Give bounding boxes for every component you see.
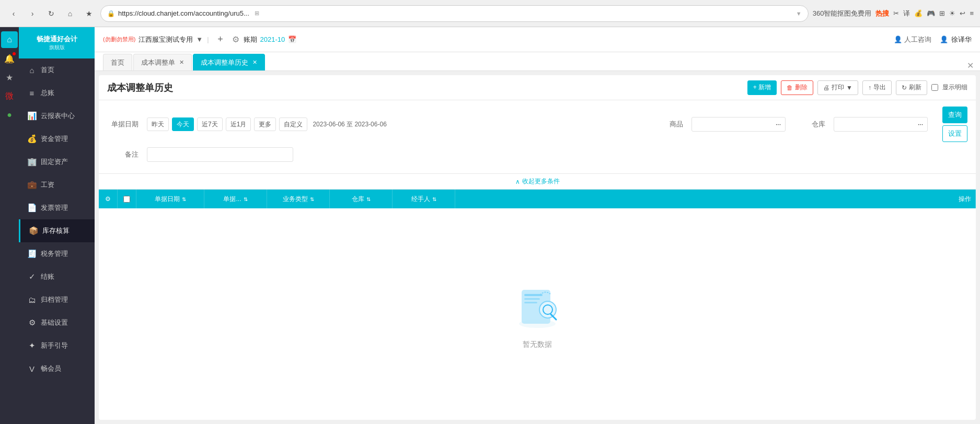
menu-icon[interactable]: ≡ — [970, 9, 974, 17]
select-all-checkbox[interactable] — [123, 196, 130, 203]
icon-bar-star[interactable]: ★ — [1, 69, 18, 86]
home-button[interactable]: ⌂ — [63, 6, 77, 21]
user-info[interactable]: 👤 徐译华 — [940, 35, 972, 44]
th-type[interactable]: 业务类型 ⇅ — [267, 190, 330, 208]
user-name: 徐译华 — [951, 35, 972, 44]
th-date[interactable]: 单据日期 ⇅ — [136, 190, 204, 208]
th-handler[interactable]: 经手人 ⇅ — [393, 190, 455, 208]
sidebar-item-home[interactable]: ⌂ 首页 — [19, 58, 95, 81]
ledger-icon: ≡ — [27, 89, 37, 98]
tab-cost-adjust-close[interactable]: ✕ — [179, 59, 184, 66]
history-icon[interactable]: ↩ — [960, 9, 965, 17]
collapse-button[interactable]: ∧ 收起更多条件 — [515, 177, 560, 186]
url-bar[interactable]: 🔒 https://cloud.chanjet.com/accounting/u… — [100, 5, 809, 22]
page-title: 成本调整单历史 — [107, 81, 173, 94]
date-more[interactable]: 更多 — [254, 117, 276, 131]
scissors-icon[interactable]: ✂ — [893, 9, 899, 17]
icon-bar-weibo[interactable]: 微 — [1, 88, 18, 104]
assets-icon: 🏢 — [27, 157, 37, 167]
coin-icon[interactable]: 💰 — [914, 9, 923, 17]
reload-button[interactable]: ↻ — [44, 6, 59, 21]
empty-text: 暂无数据 — [523, 340, 552, 349]
add-workspace-btn[interactable]: + — [213, 32, 228, 47]
sidebar-item-funds[interactable]: 💰 资金管理 — [19, 127, 95, 150]
sidebar-logo: 畅捷通好会计 旗舰版 — [19, 27, 95, 58]
sidebar-item-inventory[interactable]: 📦 库存核算 — [19, 219, 95, 242]
delete-label: 删除 — [795, 83, 808, 92]
sidebar-item-ledger[interactable]: ≡ 总账 — [19, 81, 95, 104]
column-settings-icon: ⚙ — [105, 195, 111, 203]
warehouse-dots[interactable]: ··· — [918, 121, 923, 128]
url-text: https://cloud.chanjet.com/accounting/uru… — [118, 9, 249, 17]
date-custom[interactable]: 自定义 — [279, 117, 307, 131]
th-warehouse[interactable]: 仓库 ⇅ — [330, 190, 393, 208]
grid-icon[interactable]: ⊞ — [939, 9, 945, 17]
sidebar-item-assets[interactable]: 🏢 固定资产 — [19, 150, 95, 173]
translate-icon[interactable]: 译 — [903, 9, 910, 18]
collapse-label: 收起更多条件 — [522, 177, 560, 186]
add-button[interactable]: + 新增 — [747, 80, 777, 95]
th-checkbox[interactable] — [118, 190, 136, 208]
delete-button[interactable]: 🗑 删除 — [781, 80, 813, 95]
show-cols-checkbox[interactable]: 显示明细 — [931, 83, 967, 92]
account-period-label: 账期 — [244, 35, 257, 44]
notes-input[interactable] — [147, 147, 293, 162]
service-btn[interactable]: 👤 人工咨询 — [894, 35, 931, 44]
th-num-label: 单据... — [223, 195, 241, 204]
game-icon[interactable]: 🎮 — [927, 9, 935, 17]
product-dots[interactable]: ··· — [776, 121, 781, 128]
sidebar-item-guide[interactable]: ✦ 新手引导 — [19, 334, 95, 357]
tab-close-all[interactable]: ✕ — [967, 61, 980, 70]
bookmark-button[interactable]: ★ — [82, 6, 96, 21]
th-settings[interactable]: ⚙ — [99, 190, 118, 208]
icon-bar-green[interactable]: ● — [1, 107, 18, 123]
sidebar-item-salary[interactable]: 💼 工资 — [19, 173, 95, 196]
salary-icon: 💼 — [27, 180, 37, 190]
tab-cost-adjust[interactable]: 成本调整单 ✕ — [133, 54, 192, 70]
sidebar-item-settings[interactable]: ⚙ 基础设置 — [19, 311, 95, 334]
sidebar-item-label: 资金管理 — [41, 134, 68, 144]
sidebar-item-reports[interactable]: 📊 云报表中心 — [19, 104, 95, 127]
date-today[interactable]: 今天 — [172, 117, 194, 131]
show-cols-input[interactable] — [931, 84, 938, 91]
export-button[interactable]: ↑ 导出 — [862, 80, 892, 95]
tab-home[interactable]: 首页 — [103, 54, 132, 70]
url-dropdown-icon: ▼ — [796, 10, 802, 17]
refresh-button[interactable]: ↻ 刷新 — [896, 80, 927, 95]
th-num-sort-icon: ⇅ — [244, 196, 248, 202]
sidebar-item-vip[interactable]: V 畅会员 — [19, 357, 95, 380]
tab-cost-history-close[interactable]: ✕ — [252, 59, 257, 66]
sidebar-item-label: 固定资产 — [41, 157, 68, 167]
sidebar-item-close[interactable]: ✓ 结账 — [19, 265, 95, 288]
icon-bar-notification[interactable]: 🔔 — [1, 50, 18, 67]
sidebar-item-label: 归档管理 — [41, 295, 68, 304]
forward-button[interactable]: › — [25, 6, 40, 21]
sidebar-item-archive[interactable]: 🗂 归档管理 — [19, 288, 95, 311]
date-1month[interactable]: 近1月 — [226, 117, 251, 131]
filter-row-notes: 备注 — [107, 147, 967, 162]
funds-icon: 💰 — [27, 134, 37, 144]
search-label: 360智能抠图免费用 — [813, 9, 872, 18]
th-warehouse-label: 仓库 — [352, 195, 364, 204]
invoice-icon: 📄 — [27, 203, 37, 213]
back-button[interactable]: ‹ — [6, 6, 21, 21]
date-7days[interactable]: 近7天 — [197, 117, 223, 131]
settings-gear-icon[interactable]: ⚙ — [232, 34, 239, 44]
brightness-icon[interactable]: ☀ — [949, 9, 955, 17]
th-num[interactable]: 单据... ⇅ — [204, 190, 267, 208]
query-button[interactable]: 查询 — [942, 107, 967, 123]
sidebar-item-tax[interactable]: 🧾 税务管理 — [19, 242, 95, 265]
workspace-selector[interactable]: (勿删勿禁用) 江西服宝测试专用 ▼ — [103, 35, 203, 44]
calendar-icon[interactable]: 📅 — [288, 36, 296, 43]
date-yesterday[interactable]: 昨天 — [147, 117, 169, 131]
product-select[interactable]: ··· — [691, 117, 786, 132]
icon-bar-home[interactable]: ⌂ — [1, 31, 18, 48]
print-button[interactable]: 🖨 打印 ▼ — [817, 80, 858, 95]
separator: | — [207, 36, 209, 43]
filter-settings-button[interactable]: 设置 — [942, 125, 967, 142]
browser-chrome: ‹ › ↻ ⌂ ★ 🔒 https://cloud.chanjet.com/ac… — [0, 0, 980, 27]
lock-icon: 🔒 — [107, 10, 115, 17]
tab-cost-history[interactable]: 成本调整单历史 ✕ — [193, 54, 265, 70]
warehouse-select[interactable]: ··· — [834, 117, 928, 132]
sidebar-item-invoice[interactable]: 📄 发票管理 — [19, 196, 95, 219]
